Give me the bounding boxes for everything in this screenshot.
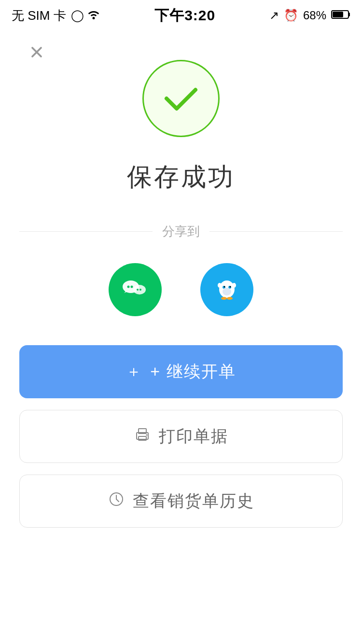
svg-point-19 [232, 283, 236, 288]
share-label: 分享到 [162, 223, 200, 240]
continue-button[interactable]: ＋ + 继续开单 [19, 345, 343, 398]
close-button[interactable] [23, 39, 50, 66]
history-button[interactable]: 查看销货单历史 [19, 475, 343, 528]
svg-point-23 [146, 434, 148, 436]
svg-point-8 [139, 289, 141, 291]
carrier-text: 无 SIM 卡 [12, 7, 66, 24]
status-time: 下午3:20 [154, 6, 215, 26]
wechat-share-button[interactable] [109, 263, 162, 316]
svg-point-12 [224, 286, 225, 288]
success-circle [142, 60, 220, 137]
svg-point-17 [223, 288, 231, 295]
share-icons [19, 263, 343, 316]
history-label: 查看销货单历史 [133, 490, 254, 512]
battery-text: 68% [303, 9, 326, 22]
main-content: 保存成功 分享到 [0, 31, 362, 528]
svg-point-6 [131, 286, 133, 288]
status-bar: 无 SIM 卡 ◯️ 下午3:20 ↗ ⏰ 68% [0, 0, 362, 31]
svg-point-13 [230, 286, 231, 288]
print-label: 打印单据 [159, 425, 228, 448]
status-right: ↗ ⏰ 68% [269, 9, 350, 22]
wechat-icon [119, 274, 151, 306]
battery-icon [331, 9, 350, 22]
location-icon: ↗ [269, 9, 279, 22]
svg-point-15 [221, 297, 227, 300]
clock-icon [108, 490, 125, 512]
print-button[interactable]: 打印单据 [19, 410, 343, 463]
divider-line-left [19, 231, 153, 232]
share-divider: 分享到 [19, 223, 343, 240]
svg-point-7 [137, 289, 139, 291]
success-title: 保存成功 [127, 160, 235, 194]
checkmark-icon [159, 77, 203, 120]
qq-share-button[interactable] [200, 263, 253, 316]
continue-label: + 继续开单 [150, 361, 236, 383]
svg-rect-1 [348, 13, 350, 16]
svg-rect-2 [333, 12, 343, 17]
action-buttons: ＋ + 继续开单 打印单据 查看销货单历 [0, 345, 362, 528]
svg-point-18 [218, 283, 222, 288]
divider-line-right [209, 231, 343, 232]
alarm-icon: ⏰ [284, 9, 298, 22]
status-left: 无 SIM 卡 ◯️ [12, 7, 100, 24]
wifi-icon: ◯️ [71, 9, 101, 22]
svg-point-16 [227, 297, 233, 300]
svg-point-5 [127, 286, 130, 288]
printer-icon [134, 426, 151, 447]
close-icon [28, 43, 45, 61]
qq-icon [211, 274, 243, 306]
share-section: 分享到 [0, 223, 362, 316]
plus-icon: ＋ [126, 361, 142, 382]
